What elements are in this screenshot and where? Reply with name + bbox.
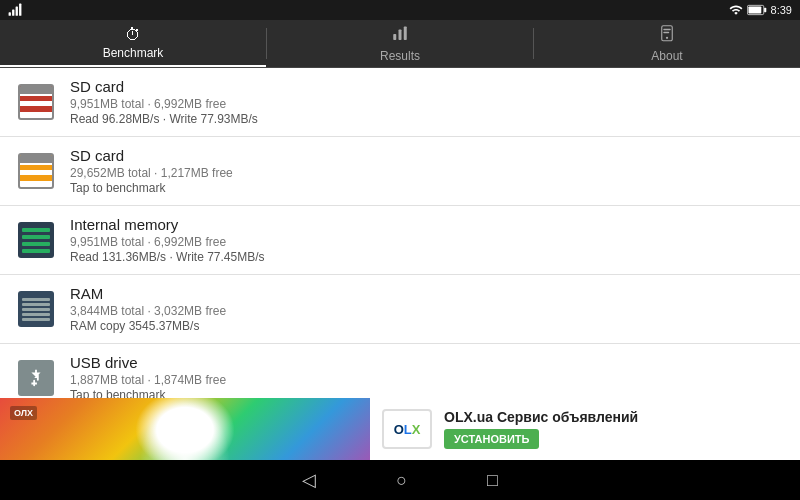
tab-results[interactable]: Results (267, 20, 533, 67)
sd-red-icon (18, 84, 54, 120)
wifi-icon (729, 3, 743, 17)
tab-results-label: Results (380, 49, 420, 63)
tab-about[interactable]: About (534, 20, 800, 67)
ram-subtitle: 3,844MB total · 3,032MB free (70, 304, 784, 318)
sd-card-2-detail: Tap to benchmark (70, 181, 784, 195)
main-content: SD card 9,951MB total · 6,992MB free Rea… (0, 68, 800, 398)
usb-drive-subtitle: 1,887MB total · 1,874MB free (70, 373, 784, 387)
tab-bar: ⏱ Benchmark Results About (0, 20, 800, 68)
usb-icon (18, 360, 54, 396)
nav-bar: ◁ ○ □ (0, 460, 800, 500)
svg-rect-8 (399, 29, 402, 40)
ram-text: RAM 3,844MB total · 3,032MB free RAM cop… (70, 285, 784, 333)
svg-rect-11 (663, 28, 671, 30)
ad-glow (140, 400, 230, 460)
svg-rect-1 (12, 9, 14, 15)
about-icon (658, 25, 676, 47)
usb-drive-title: USB drive (70, 354, 784, 371)
list-item-sd-card-2[interactable]: SD card 29,652MB total · 1,217MB free Ta… (0, 137, 800, 206)
nav-home-button[interactable]: ○ (396, 470, 407, 491)
svg-rect-2 (16, 7, 18, 16)
status-bar-left (8, 3, 22, 17)
internal-memory-subtitle: 9,951MB total · 6,992MB free (70, 235, 784, 249)
ad-badge: ОЛХ (10, 406, 37, 420)
ad-text-block: OLX.ua Сервис объявлений УСТАНОВИТЬ (444, 409, 788, 449)
nav-recent-button[interactable]: □ (487, 470, 498, 491)
ad-install-button[interactable]: УСТАНОВИТЬ (444, 429, 539, 449)
ram-detail: RAM copy 3545.37MB/s (70, 319, 784, 333)
internal-memory-text: Internal memory 9,951MB total · 6,992MB … (70, 216, 784, 264)
internal-memory-detail: Read 131.36MB/s · Write 77.45MB/s (70, 250, 784, 264)
signal-icon (8, 3, 22, 17)
battery-icon (747, 3, 767, 17)
sd-card-1-title: SD card (70, 78, 784, 95)
sd-card-1-icon (16, 82, 56, 122)
svg-rect-7 (393, 34, 396, 40)
time-display: 8:39 (771, 4, 792, 16)
olx-logo: OLX (382, 409, 432, 449)
usb-symbol (25, 367, 47, 389)
sd-card-1-text: SD card 9,951MB total · 6,992MB free Rea… (70, 78, 784, 126)
status-bar: 8:39 (0, 0, 800, 20)
tab-benchmark[interactable]: ⏱ Benchmark (0, 20, 266, 67)
list-item-internal-memory[interactable]: Internal memory 9,951MB total · 6,992MB … (0, 206, 800, 275)
svg-rect-3 (19, 4, 21, 16)
ram-title: RAM (70, 285, 784, 302)
internal-memory-title: Internal memory (70, 216, 784, 233)
internal-memory-icon (16, 220, 56, 260)
list-item-usb-drive[interactable]: USB drive 1,887MB total · 1,874MB free T… (0, 344, 800, 398)
benchmark-icon: ⏱ (125, 26, 141, 44)
sd-card-1-detail: Read 96.28MB/s · Write 77.93MB/s (70, 112, 784, 126)
results-icon (391, 25, 409, 47)
usb-drive-text: USB drive 1,887MB total · 1,874MB free T… (70, 354, 784, 398)
ram-icon (18, 291, 54, 327)
sd-card-2-icon (16, 151, 56, 191)
svg-point-13 (666, 36, 668, 38)
list-item-sd-card-1[interactable]: SD card 9,951MB total · 6,992MB free Rea… (0, 68, 800, 137)
sd-card-1-subtitle: 9,951MB total · 6,992MB free (70, 97, 784, 111)
sd-yellow-icon (18, 153, 54, 189)
svg-rect-6 (764, 8, 766, 12)
tab-benchmark-label: Benchmark (103, 46, 164, 60)
ad-title: OLX.ua Сервис объявлений (444, 409, 788, 425)
ad-left-graphic: ОЛХ (0, 398, 370, 460)
svg-rect-12 (663, 31, 669, 33)
usb-drive-icon-container (16, 358, 56, 398)
nav-back-button[interactable]: ◁ (302, 469, 316, 491)
status-bar-right: 8:39 (729, 3, 792, 17)
ram-icon-container (16, 289, 56, 329)
svg-rect-9 (404, 26, 407, 40)
svg-rect-0 (9, 12, 11, 16)
ad-right-content: OLX OLX.ua Сервис объявлений УСТАНОВИТЬ (370, 398, 800, 460)
internal-icon (18, 222, 54, 258)
sd-card-2-text: SD card 29,652MB total · 1,217MB free Ta… (70, 147, 784, 195)
usb-drive-detail: Tap to benchmark (70, 388, 784, 398)
sd-card-2-title: SD card (70, 147, 784, 164)
tab-about-label: About (651, 49, 682, 63)
list-item-ram[interactable]: RAM 3,844MB total · 3,032MB free RAM cop… (0, 275, 800, 344)
sd-card-2-subtitle: 29,652MB total · 1,217MB free (70, 166, 784, 180)
svg-rect-5 (748, 6, 761, 13)
ad-banner[interactable]: ОЛХ OLX OLX.ua Сервис объявлений УСТАНОВ… (0, 398, 800, 460)
